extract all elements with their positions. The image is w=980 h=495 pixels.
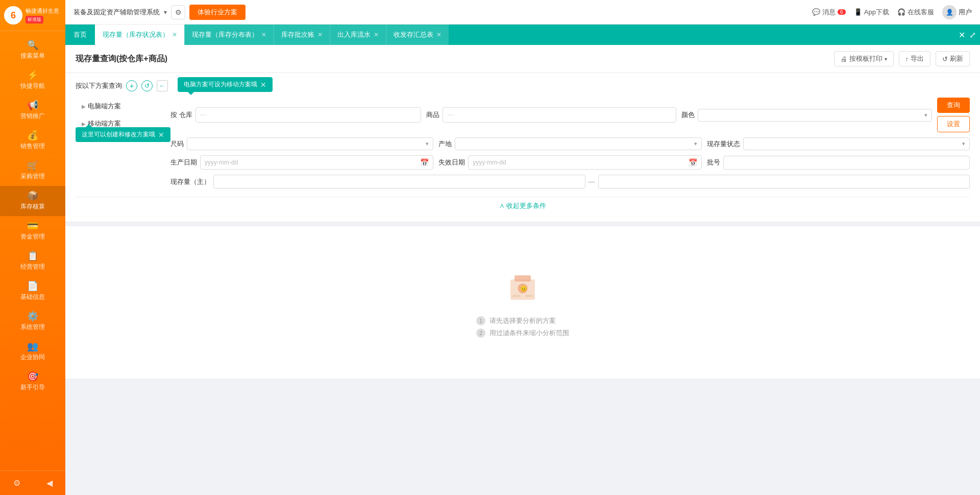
tab-inventory-status-label: 现存量（库存状况表） (103, 30, 169, 39)
tab-home-label: 首页 (74, 30, 87, 39)
system-icon: ⚙️ (27, 312, 38, 321)
expire-date-calendar-icon[interactable]: 📅 (689, 158, 697, 167)
origin-dropdown-arrow: ▾ (694, 140, 697, 147)
tooltip-text-1: 电脑方案可设为移动方案哦 (184, 80, 257, 89)
sidebar-item-purchase[interactable]: 🛒 采购管理 (0, 156, 65, 186)
tab-batch-account-close[interactable]: ✕ (317, 31, 323, 38)
collapse-sidebar-icon[interactable]: ◀ (44, 476, 55, 490)
stock-status-label: 现存量状态 (707, 139, 740, 149)
step-num-2: 2 (476, 328, 485, 338)
sidebar-item-operations[interactable]: 📋 经营管理 (0, 246, 65, 276)
tooltip-close-1[interactable]: ✕ (260, 81, 266, 89)
filter-header: 按以下方案查询 + ↺ ← 电脑方案可设为移动方案哦 ✕ (76, 80, 970, 91)
tab-summary-close[interactable]: ✕ (436, 31, 442, 38)
tab-batch-account[interactable]: 库存批次账 ✕ (274, 25, 330, 45)
filter-left-arrow-btn[interactable]: ← (157, 80, 168, 91)
stock-status-field: 现存量状态 ▾ (707, 137, 970, 150)
export-btn[interactable]: ↑ 导出 (899, 51, 931, 66)
tab-inventory-dist[interactable]: 现存量（库存分布表） ✕ (184, 25, 274, 45)
sidebar-item-inventory-label: 库存核算 (20, 202, 45, 211)
sidebar-item-system[interactable]: ⚙️ 系统管理 (0, 307, 65, 337)
sidebar-item-finance[interactable]: 💳 资金管理 (0, 216, 65, 246)
print-btn[interactable]: 🖨 按模板打印 ▾ (834, 51, 894, 66)
system-dropdown-arrow[interactable]: ▾ (164, 9, 167, 16)
sidebar-item-basic-info[interactable]: 📄 基础信息 (0, 276, 65, 307)
sidebar-item-guide-label: 新手引导 (20, 383, 45, 392)
origin-selector[interactable]: ▾ (455, 137, 701, 150)
origin-field: 产地 ▾ (438, 137, 701, 150)
color-selector[interactable]: ▾ (698, 109, 932, 122)
message-btn[interactable]: 💬 消息 6 (812, 8, 846, 17)
tab-close-all-icon[interactable]: ✕ (959, 30, 965, 40)
stock-main-input-from[interactable] (213, 175, 585, 188)
brand-text: 畅捷通好生意 标准版 (26, 7, 59, 23)
batch-input[interactable] (723, 156, 970, 170)
stock-status-selector[interactable]: ▾ (743, 137, 970, 150)
reset-btn[interactable]: 设置 (937, 116, 970, 132)
industry-btn[interactable]: 体验行业方案 (189, 5, 246, 20)
scheme-pc-item[interactable]: ▶ 电脑端方案 (76, 98, 162, 115)
goods-field: 商品 ··· (426, 107, 677, 123)
user-area[interactable]: 👤 用户 (942, 5, 972, 19)
filter-add-btn[interactable]: + (126, 80, 137, 91)
app-download-btn[interactable]: 📱 App下载 (854, 8, 889, 17)
goods-selector[interactable]: ··· (443, 107, 677, 123)
sidebar-logo: 6 畅捷通好生意 标准版 (0, 0, 65, 31)
size-label: 尺码 (170, 139, 184, 149)
sidebar-item-marketing-label: 营销推广 (20, 112, 45, 121)
sidebar-item-enterprise-label: 企业协同 (20, 353, 45, 362)
collapse-icon: ∧ (499, 202, 505, 209)
sidebar-item-sales[interactable]: 💰 销售管理 (0, 126, 65, 156)
phone-icon: 📱 (854, 8, 862, 16)
produce-date-input[interactable]: yyyy-mm-dd 📅 (200, 155, 433, 170)
produce-date-calendar-icon[interactable]: 📅 (420, 158, 429, 167)
brand-badge: 标准版 (26, 16, 43, 23)
sidebar-item-guide[interactable]: 🎯 新手引导 (0, 367, 65, 397)
warehouse-selector[interactable]: ··· (195, 107, 421, 123)
sidebar: 6 畅捷通好生意 标准版 🔍 搜索菜单 ⚡ 快捷导航 📢 营销推广 💰 销售管理… (0, 0, 65, 495)
svg-rect-1 (514, 275, 531, 281)
empty-step1-label: 请先选择要分析的方案 (489, 316, 556, 325)
refresh-btn[interactable]: ↺ 刷新 (936, 51, 970, 66)
tab-bar: 首页 现存量（库存状况表） ✕ 现存量（库存分布表） ✕ 库存批次账 ✕ 出入库… (65, 25, 980, 45)
top-header: 装备及固定资产辅助管理系统 ▾ ⚙ 体验行业方案 💬 消息 6 📱 App下载 … (65, 0, 980, 25)
sidebar-item-enterprise[interactable]: 👥 企业协同 (0, 337, 65, 367)
tab-home[interactable]: 首页 (65, 25, 95, 45)
inventory-icon: 📦 (27, 191, 38, 200)
sidebar-item-inventory[interactable]: 📦 库存核算 (0, 186, 65, 216)
color-field: 颜色 ▾ (681, 109, 932, 122)
header-left: 装备及固定资产辅助管理系统 ▾ ⚙ 体验行业方案 (74, 5, 246, 20)
tab-inventory-status-close[interactable]: ✕ (172, 31, 177, 38)
stock-main-input-to[interactable] (598, 175, 970, 188)
sidebar-item-marketing[interactable]: 📢 营销推广 (0, 96, 65, 126)
filter-refresh-btn[interactable]: ↺ (141, 80, 153, 91)
sidebar-item-quicknav[interactable]: ⚡ 快捷导航 (0, 65, 65, 96)
tab-flow[interactable]: 出入库流水 ✕ (330, 25, 386, 45)
message-badge: 6 (838, 9, 846, 15)
basic-info-icon: 📄 (27, 281, 38, 291)
print-dropdown-arrow: ▾ (885, 56, 887, 62)
sidebar-item-operations-label: 经营管理 (20, 263, 45, 271)
tab-flow-close[interactable]: ✕ (374, 31, 379, 38)
sidebar-item-search[interactable]: 🔍 搜索菜单 (0, 35, 65, 65)
settings-icon-btn[interactable]: ⚙ (171, 5, 185, 19)
search-menu-icon: 🔍 (27, 40, 38, 50)
tab-inventory-status[interactable]: 现存量（库存状况表） ✕ (95, 25, 184, 45)
produce-date-field: 生产日期 yyyy-mm-dd 📅 (170, 155, 433, 170)
tab-summary[interactable]: 收发存汇总表 ✕ (386, 25, 449, 45)
tooltip-close-2[interactable]: ✕ (158, 131, 164, 139)
online-support-btn[interactable]: 🎧 在线客服 (897, 8, 934, 17)
size-selector[interactable]: ▾ (187, 137, 433, 150)
search-btn[interactable]: 查询 (937, 98, 970, 113)
settings-footer-icon[interactable]: ⚙ (11, 476, 22, 490)
tab-inventory-dist-close[interactable]: ✕ (261, 31, 266, 38)
expire-date-input[interactable]: yyyy-mm-dd 📅 (468, 155, 701, 170)
warehouse-field: 按 仓库 ··· (170, 107, 421, 123)
collapse-row[interactable]: ∧ 收起更多条件 (76, 197, 970, 215)
stock-status-dropdown-arrow: ▾ (962, 140, 965, 147)
page-title: 现存量查询(按仓库+商品) (76, 54, 167, 64)
refresh-icon: ↺ (942, 55, 948, 63)
tab-expand-icon[interactable]: ⤢ (969, 30, 976, 40)
app-download-label: App下载 (864, 8, 889, 17)
empty-step2-label: 用过滤条件来缩小分析范围 (489, 328, 569, 338)
